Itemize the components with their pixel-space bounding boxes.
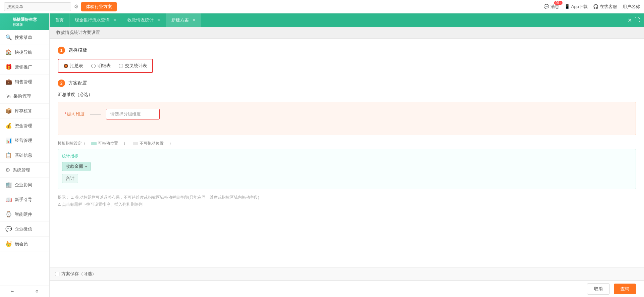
sidebar-item-sales[interactable]: 💼 销售管理 (0, 75, 49, 89)
tab-new-plan-label: 新建方案 (171, 17, 189, 23)
app-download-button[interactable]: 📱 App下载 (565, 4, 588, 10)
book-icon: 📖 (5, 196, 12, 203)
sidebar-label-hardware: 智能硬件 (15, 211, 32, 217)
tab-collection-label: 收款情况统计 (127, 17, 154, 23)
download-icon: 📱 (565, 4, 570, 9)
tab-collection-close[interactable]: ✕ (157, 18, 160, 22)
sidebar-label-guide: 新手引导 (15, 197, 32, 203)
main-content: 收款情况统计方案设置 1 选择模板 汇总表 (50, 27, 644, 280)
service-icon: 🎧 (593, 4, 598, 9)
page-header: 收款情况统计方案设置 (50, 27, 644, 39)
sidebar-item-search[interactable]: 🔍 搜索菜单 (0, 30, 49, 45)
sidebar-footer-right[interactable]: ⚙ (25, 286, 50, 297)
sidebar-footer-left[interactable]: ⬅ (0, 286, 25, 297)
step1-header: 1 选择模板 (58, 47, 636, 54)
save-plan-label: 方案保存（可选） (61, 271, 96, 277)
sidebar-item-marketing[interactable]: 🎁 营销推广 (0, 60, 49, 75)
tab-cashflow[interactable]: 现金银行流水查询 ✕ (69, 13, 122, 27)
save-plan-checkbox[interactable] (55, 272, 59, 276)
radio-summary[interactable] (64, 64, 68, 68)
trial-button[interactable]: 体验行业方案 (81, 2, 117, 11)
metric-tag-total[interactable]: 合计 (62, 174, 78, 183)
sidebar-item-guide[interactable]: 📖 新手引导 (0, 192, 49, 207)
gear-icon[interactable]: ⚙ (74, 3, 78, 10)
notifications-button[interactable]: 💬 消息 99+ (544, 4, 559, 10)
save-plan-checkbox-label[interactable]: 方案保存（可选） (55, 271, 96, 277)
download-label: App下载 (571, 4, 588, 10)
crown-icon: 👑 (5, 241, 12, 247)
sidebar-footer: ⬅ ⚙ (0, 286, 49, 297)
message-icon: 💬 (544, 4, 549, 9)
form-footer: 方案保存（可选） (50, 267, 644, 280)
sidebar-item-member[interactable]: 👑 畅会员 (0, 237, 49, 251)
cancel-button[interactable]: 取消 (587, 283, 610, 295)
sidebar-item-system[interactable]: ⚙ 系统管理 (0, 163, 49, 178)
search-input[interactable] (4, 2, 71, 11)
watch-icon: ⌚ (5, 211, 12, 217)
sidebar-label-quick-nav: 快捷导航 (15, 49, 32, 55)
sidebar-item-hardware[interactable]: ⌚ 智能硬件 (0, 207, 49, 222)
option-crosstab[interactable]: 交叉统计表 (119, 63, 147, 69)
sidebar-item-operations[interactable]: 📊 经营管理 (0, 133, 49, 148)
radio-crosstab-label: 交叉统计表 (125, 63, 147, 69)
user-info[interactable]: 用户名称 (623, 4, 640, 10)
vertical-dimension-label: *纵向维度 (65, 111, 85, 117)
tab-new-plan[interactable]: 新建方案 ✕ (166, 13, 201, 27)
content-area: 首页 现金银行流水查询 ✕ 收款情况统计 ✕ 新建方案 ✕ ✕ ⛶ (50, 13, 644, 297)
briefcase-icon: 💼 (5, 79, 12, 85)
nodrag-color-swatch (133, 142, 138, 145)
step1-section: 1 选择模板 汇总表 明细表 (58, 47, 636, 73)
tab-home-label: 首页 (55, 17, 64, 23)
required-mark: * (65, 111, 66, 116)
money-icon: 💰 (5, 122, 12, 129)
building-icon: 🏢 (5, 182, 12, 188)
sidebar-item-enterprise[interactable]: 🏢 企业协同 (0, 178, 49, 192)
online-service-button[interactable]: 🎧 在线客服 (593, 4, 617, 10)
tab-cashflow-close[interactable]: ✕ (113, 18, 116, 22)
radio-detail[interactable] (91, 64, 96, 68)
sidebar-label-member: 畅会员 (15, 241, 28, 247)
form-area: 1 选择模板 汇总表 明细表 (50, 39, 644, 267)
sidebar-item-purchase[interactable]: 🛍 采购管理 (0, 89, 49, 104)
option-detail[interactable]: 明细表 (91, 63, 111, 69)
sidebar-label-system: 系统管理 (13, 167, 30, 173)
sidebar-item-basic-info[interactable]: 📋 基础信息 (0, 148, 49, 163)
sidebar-item-finance[interactable]: 💰 资金管理 (0, 118, 49, 133)
step2-title: 方案配置 (68, 80, 87, 86)
sidebar-label-finance: 资金管理 (15, 123, 32, 129)
metrics-box: 统计指标 收款金额 ▾ 合计 (58, 149, 636, 189)
logo-main-text: 畅捷通好生意 (13, 17, 37, 22)
chart-icon: 📊 (5, 137, 12, 144)
dimension-arrow: —— (90, 111, 101, 117)
step1-num: 1 (58, 47, 65, 54)
metrics-header-text: 模板指标设定（ (58, 141, 86, 146)
user-name: 用户名称 (623, 4, 640, 10)
sidebar-item-inventory[interactable]: 📦 库存核算 (0, 104, 49, 118)
legend-close-paren: ） (169, 141, 173, 146)
tab-close-all-icon[interactable]: ✕ (628, 17, 632, 23)
dimension-section-title: 汇总维度（必选） (58, 92, 636, 98)
sidebar-label-sales: 销售管理 (15, 79, 32, 85)
option-summary[interactable]: 汇总表 (64, 63, 83, 69)
tab-new-plan-close[interactable]: ✕ (192, 18, 196, 22)
metrics-legend: 模板指标设定（ 可拖动位置 ） 不可拖动位置 ） (58, 141, 636, 146)
sidebar-item-wechat[interactable]: 💬 企业微信 (0, 222, 49, 237)
shopping-icon: 🛍 (5, 93, 11, 99)
service-label: 在线客服 (600, 4, 617, 10)
tab-home[interactable]: 首页 (50, 13, 69, 27)
metric-tag-amount[interactable]: 收款金额 ▾ (62, 162, 91, 171)
step2-header: 2 方案配置 (58, 80, 636, 87)
sidebar-item-quick-nav[interactable]: 🏠 快捷导航 (0, 45, 49, 60)
template-options: 汇总表 明细表 交叉统计表 (58, 59, 153, 73)
tip-1: 提示： 1. 拖动标题栏可以调整布局，不可跨维度或指标区域拖动栏目字段(只能在同… (58, 195, 636, 200)
radio-crosstab[interactable] (119, 64, 123, 68)
tab-collection[interactable]: 收款情况统计 ✕ (122, 13, 166, 27)
legend-nodrag-label: 不可拖动位置 (140, 141, 164, 146)
query-button[interactable]: 查询 (614, 284, 636, 294)
settings-icon: ⚙ (5, 167, 10, 173)
app-logo: 畅捷通好生意 标准版 (0, 13, 49, 30)
tag-dropdown-arrow[interactable]: ▾ (85, 165, 87, 168)
radio-summary-label: 汇总表 (70, 63, 83, 69)
dimension-select[interactable]: 请选择分组维度 (106, 109, 160, 119)
tab-expand-icon[interactable]: ⛶ (635, 17, 640, 23)
